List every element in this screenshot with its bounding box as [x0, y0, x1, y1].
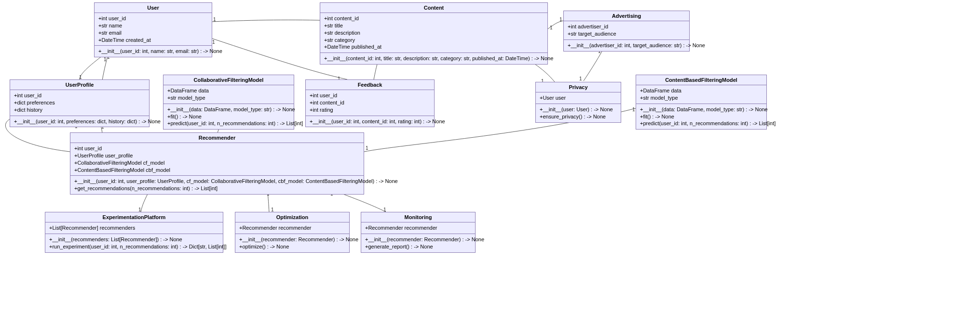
attr: +int rating [310, 106, 430, 114]
mult-label: 1 [550, 25, 553, 30]
mult-label: 1 [579, 76, 582, 81]
class-attrs: +User user [536, 92, 621, 104]
class-feedback: Feedback +int user_id +int content_id +i… [305, 79, 435, 127]
method: +__init__(content_id: int, title: str, d… [324, 55, 544, 62]
attr: +User user [540, 94, 617, 102]
attr: +List[Recommender] recommenders [49, 224, 219, 232]
class-attrs: +Recommender recommender [235, 222, 349, 234]
class-methods: +__init__(recommender: Recommender) : ->… [361, 234, 475, 252]
attr: +Recommender recommender [239, 224, 345, 232]
attr: +DataFrame data [167, 87, 290, 94]
class-attrs: +DataFrame data +str model_type [163, 85, 294, 104]
class-title: UserProfile [10, 80, 149, 90]
class-title: User [95, 3, 212, 13]
class-content: Content +int content_id +str title +str … [320, 2, 548, 65]
class-title: Feedback [306, 80, 434, 90]
method: +fit() : -> None [167, 113, 290, 120]
attr: +int advertiser_id [568, 23, 685, 30]
class-methods: +__init__(user_id: int, preferences: dic… [10, 116, 149, 127]
class-recommender: Recommender +int user_id +UserProfile us… [70, 132, 364, 195]
method: +predict(user_id: int, n_recommendations… [640, 120, 762, 127]
method: +get_recommendations(n_recommendations: … [74, 185, 360, 192]
class-user: User +int user_id +str name +str email +… [94, 2, 212, 57]
class-title: CollaborativeFilteringModel [163, 75, 294, 85]
method: +generate_report() : -> None [365, 243, 471, 250]
class-experimentationplatform: ExperimentationPlatform +List[Recommende… [45, 212, 223, 253]
class-attrs: +int user_id +dict preferences +dict his… [10, 90, 149, 116]
class-cbfmodel: ContentBasedFilteringModel +DataFrame da… [636, 75, 767, 130]
method: +__init__(user_id: int, preferences: dic… [14, 118, 145, 125]
attr: +str title [324, 22, 544, 29]
method: +predict(user_id: int, n_recommendations… [167, 120, 290, 127]
class-methods: +__init__(data: DataFrame, model_type: s… [636, 104, 766, 130]
mult-label: 1 [104, 57, 107, 62]
attr: +str model_type [167, 94, 290, 102]
class-methods: +__init__(user_id: int, name: str, email… [95, 45, 212, 57]
method: +__init__(recommender: Recommender) : ->… [239, 236, 345, 243]
method: +__init__(data: DataFrame, model_type: s… [640, 106, 762, 113]
attr: +UserProfile user_profile [74, 152, 360, 159]
attr: +str category [324, 37, 544, 44]
class-methods: +__init__(content_id: int, title: str, d… [320, 52, 547, 64]
class-attrs: +DataFrame data +str model_type [636, 85, 766, 104]
method: +__init__(user_id: int, user_profile: Us… [74, 178, 360, 185]
class-attrs: +Recommender recommender [361, 222, 475, 234]
method: +__init__(data: DataFrame, model_type: s… [167, 106, 290, 113]
method: +fit() : -> None [640, 113, 762, 120]
class-title: Monitoring [361, 212, 475, 222]
attr: +str name [98, 22, 208, 29]
class-attrs: +int user_id +str name +str email +DateT… [95, 13, 212, 45]
attr: +DateTime published_at [324, 43, 544, 51]
class-methods: +__init__(recommender: Recommender) : ->… [235, 234, 349, 252]
attr: +int user_id [98, 15, 208, 22]
mult-label: 1 [212, 39, 215, 45]
class-optimization: Optimization +Recommender recommender +_… [235, 212, 350, 253]
method: +optimize() : -> None [239, 243, 345, 250]
class-title: Content [320, 3, 547, 13]
class-advertising: Advertising +int advertiser_id +str targ… [563, 11, 690, 52]
attr: +str model_type [640, 94, 762, 102]
attr: +dict preferences [14, 99, 145, 106]
method: +__init__(recommenders: List[Recommender… [49, 236, 219, 243]
attr: +dict history [14, 106, 145, 114]
class-attrs: +List[Recommender] recommenders [45, 222, 223, 234]
class-attrs: +int user_id +int content_id +int rating [306, 90, 434, 116]
attr: +DataFrame data [640, 87, 762, 94]
attr: +DateTime created_at [98, 37, 208, 44]
method: +__init__(user_id: int, name: str, email… [98, 48, 208, 55]
mult-label: 1 [632, 107, 635, 112]
class-methods: +__init__(data: DataFrame, model_type: s… [163, 104, 294, 130]
mult-label: 1 [559, 17, 562, 22]
class-cfmodel: CollaborativeFilteringModel +DataFrame d… [163, 75, 294, 130]
attr: +CollaborativeFilteringModel cf_model [74, 159, 360, 167]
class-title: Recommender [70, 133, 364, 143]
class-methods: +__init__(user: User) : -> None +ensure_… [536, 104, 621, 122]
class-methods: +__init__(advertiser_id: int, target_aud… [564, 39, 689, 51]
attr: +int user_id [74, 145, 360, 152]
method: +__init__(recommender: Recommender) : ->… [365, 236, 471, 243]
class-methods: +__init__(user_id: int, content_id: int,… [306, 116, 434, 127]
method: +run_experiment(user_id: int, n_recommen… [49, 243, 219, 250]
method: +__init__(user_id: int, content_id: int,… [310, 118, 430, 125]
class-privacy: Privacy +User user +__init__(user: User)… [535, 82, 621, 123]
class-title: ExperimentationPlatform [45, 212, 223, 222]
mult-label: 1 [213, 17, 216, 22]
class-title: Privacy [536, 82, 621, 92]
class-attrs: +int content_id +str title +str descript… [320, 13, 547, 52]
attr: +str description [324, 29, 544, 37]
attr: +int content_id [324, 15, 544, 22]
method: +__init__(advertiser_id: int, target_aud… [568, 42, 685, 49]
class-methods: +__init__(recommenders: List[Recommender… [45, 234, 223, 252]
class-methods: +__init__(user_id: int, user_profile: Us… [70, 175, 364, 194]
class-title: ContentBasedFilteringModel [636, 75, 766, 85]
method: +__init__(user: User) : -> None [540, 106, 617, 113]
method: +ensure_privacy() : -> None [540, 113, 617, 120]
class-title: Advertising [564, 11, 689, 21]
attr: +Recommender recommender [365, 224, 471, 232]
class-userprofile: UserProfile +int user_id +dict preferenc… [10, 79, 150, 127]
attr: +int content_id [310, 99, 430, 106]
class-monitoring: Monitoring +Recommender recommender +__i… [361, 212, 476, 253]
class-attrs: +int advertiser_id +str target_audience [564, 21, 689, 39]
mult-label: 1 [366, 145, 368, 151]
class-title: Optimization [235, 212, 349, 222]
